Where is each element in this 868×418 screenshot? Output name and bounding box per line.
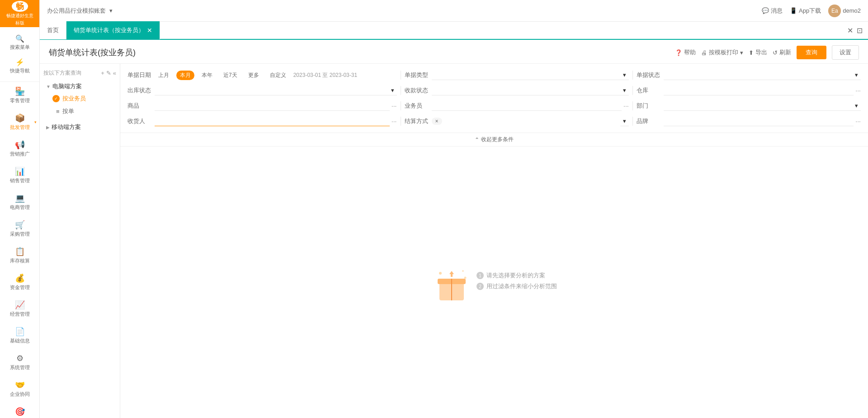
left-panel: 按以下方案查询 + ✎ « ▼ 电脑端方案 ✓ 按业务员 [40, 64, 120, 418]
page-title: 销货单统计表(按业务员) [49, 47, 136, 58]
hint-num-2: 2 [476, 283, 484, 290]
date-btn-this-year[interactable]: 本年 [198, 71, 216, 80]
export-btn[interactable]: ⬆ 导出 [749, 48, 767, 57]
brand-label: 品牌 [637, 117, 664, 125]
edit-scheme-btn[interactable]: ✎ [106, 70, 111, 76]
filter-item-consignee: 收货人 ··· [127, 116, 397, 126]
enterprise-collab-icon: 🤝 [15, 380, 25, 390]
empty-hint-1: 1 请先选择要分析的方案 [476, 271, 557, 280]
divider-5 [401, 101, 401, 110]
scheme-item-by-salesperson[interactable]: ✓ 按业务员 [43, 92, 116, 105]
message-btn[interactable]: 💬 消息 [762, 7, 783, 15]
tab-close-all-btn[interactable]: ✕ [847, 26, 853, 35]
help-label: 帮助 [684, 48, 696, 57]
username-label: demo2 [843, 7, 861, 14]
date-range-display: 2023-03-01 至 2023-03-31 [293, 71, 357, 79]
sidebar-item-operations[interactable]: 📈 经营管理 [0, 295, 39, 322]
print-btn[interactable]: 🖨 按模板打印 ▾ [701, 48, 743, 57]
brand-input[interactable] [664, 116, 854, 126]
tab-sales-report[interactable]: 销货单统计表（按业务员） ✕ [66, 21, 160, 39]
goods-ellipsis-btn[interactable]: ··· [392, 102, 397, 109]
refresh-btn[interactable]: ↺ 刷新 [773, 48, 791, 57]
outstatus-select[interactable]: ▾ [155, 86, 397, 95]
empty-text: 1 请先选择要分析的方案 2 用过滤条件来缩小分析范围 [476, 271, 557, 293]
consignee-input[interactable] [155, 116, 390, 126]
doctype-select[interactable]: ▾ [432, 70, 629, 80]
panel-title-label: 按以下方案查询 [43, 69, 81, 77]
sidebar-item-ecommerce[interactable]: 💻 电商管理 [0, 189, 39, 215]
wholesale-icon: 📦 [15, 113, 25, 123]
date-btn-last-month[interactable]: 上月 [155, 71, 173, 80]
tab-bar-actions: ✕ ⊡ [847, 26, 868, 35]
collapse-bar[interactable]: ⌃ 收起更多条件 [120, 133, 868, 147]
topbar-suite-title: 办公用品行业模拟账套 [47, 7, 106, 15]
salesperson-ellipsis-btn[interactable]: ··· [623, 102, 629, 109]
user-profile[interactable]: Ea demo2 [828, 5, 861, 17]
ecommerce-icon: 💻 [15, 193, 25, 203]
consignee-ellipsis-btn[interactable]: ··· [392, 118, 397, 125]
sidebar-item-basic-info[interactable]: 📄 基础信息 [0, 322, 39, 349]
scheme-item-by-order[interactable]: ≡ 按单 [43, 105, 116, 118]
date-btn-this-month[interactable]: 本月 [176, 71, 194, 80]
scheme-item-salesperson-label: 按业务员 [62, 95, 86, 103]
query-button[interactable]: 查询 [797, 46, 826, 59]
goods-input[interactable] [155, 101, 390, 111]
content: 销货单统计表(按业务员) ❓ 帮助 🖨 按模板打印 ▾ ⬆ 导出 ↺ 刷新 [40, 40, 868, 418]
sidebar-nav: 🏪 零售管理 📦 批发管理 📢 营销推广 📊 销售管理 💻 电商管理 🛒 采购管… [0, 82, 39, 418]
salesperson-label: 业务员 [405, 102, 432, 110]
logo-icon: 畅 [12, 1, 28, 12]
sidebar-item-wholesale[interactable]: 📦 批发管理 [0, 109, 39, 135]
sidebar-item-quick-nav[interactable]: ⚡ 快捷导航 [0, 54, 39, 78]
date-btn-custom[interactable]: 自定义 [266, 71, 290, 80]
tab-home[interactable]: 首页 [40, 21, 66, 39]
sidebar-item-newbie[interactable]: 🎯 新手引导 [0, 402, 39, 418]
settings-button[interactable]: 设置 [832, 45, 859, 60]
docstatus-dropdown-icon: ▾ [855, 71, 858, 78]
sidebar-item-finance[interactable]: 💰 资金管理 [0, 269, 39, 295]
help-icon: ❓ [675, 49, 682, 56]
date-label: 单据日期 [127, 71, 155, 79]
department-select[interactable]: ▾ [664, 101, 861, 111]
sidebar-item-marketing[interactable]: 📢 营销推广 [0, 135, 39, 162]
sidebar-item-system[interactable]: ⚙ 系统管理 [0, 349, 39, 375]
sidebar-item-search-menu[interactable]: 🔍 搜索菜单 [0, 31, 39, 54]
payment-select[interactable]: ▾ [620, 116, 629, 126]
docstatus-select[interactable]: ▾ [664, 70, 861, 80]
mobile-scheme-section: ▶ 移动端方案 [43, 121, 116, 133]
filter-item-receiptstatus: 收款状态 ▾ [405, 86, 629, 95]
payment-tag-close[interactable]: × [435, 118, 439, 124]
receiptstatus-select[interactable]: ▾ [432, 86, 629, 95]
divider-7 [401, 117, 401, 126]
mobile-scheme-arrow: ▶ [46, 125, 50, 130]
add-scheme-btn[interactable]: + [101, 70, 104, 76]
page-actions: ❓ 帮助 🖨 按模板打印 ▾ ⬆ 导出 ↺ 刷新 查询 设置 [675, 45, 859, 60]
sidebar-item-retail[interactable]: 🏪 零售管理 [0, 82, 39, 109]
tab-sales-report-label: 销货单统计表（按业务员） [74, 26, 144, 34]
mobile-scheme-group[interactable]: ▶ 移动端方案 [43, 121, 116, 133]
tab-close-button[interactable]: ✕ [147, 27, 152, 34]
desktop-scheme-group[interactable]: ▼ 电脑端方案 [43, 81, 116, 92]
help-btn[interactable]: ❓ 帮助 [675, 48, 696, 57]
warehouse-ellipsis-btn[interactable]: ··· [855, 87, 861, 94]
collapse-panel-btn[interactable]: « [113, 70, 116, 76]
topbar-dropdown-btn[interactable]: ▾ [109, 7, 113, 14]
sidebar-item-sales[interactable]: 📊 销售管理 [0, 162, 39, 189]
salesperson-input[interactable] [432, 101, 622, 111]
sidebar-item-procurement[interactable]: 🛒 采购管理 [0, 215, 39, 242]
date-btn-last-7-days[interactable]: 近7天 [220, 71, 241, 80]
desktop-scheme-arrow: ▼ [46, 84, 51, 89]
date-btn-more[interactable]: 更多 [245, 71, 263, 80]
collapse-icon: ⌃ [475, 137, 479, 143]
tab-restore-btn[interactable]: ⊡ [857, 26, 863, 35]
brand-ellipsis-btn[interactable]: ··· [855, 118, 861, 125]
quick-nav-icon: ⚡ [15, 58, 24, 66]
consignee-label: 收货人 [127, 117, 155, 125]
empty-svg [431, 264, 472, 305]
warehouse-input[interactable] [664, 86, 854, 95]
newbie-icon: 🎯 [15, 407, 25, 417]
sidebar-item-enterprise-collab[interactable]: 🤝 企业协同 [0, 375, 39, 402]
filter-item-warehouse: 仓库 ··· [637, 86, 861, 95]
app-download-btn[interactable]: 📱 App下载 [790, 7, 821, 15]
sidebar-item-inventory[interactable]: 📋 库存核算 [0, 242, 39, 269]
desktop-scheme-label: 电脑端方案 [52, 82, 82, 90]
